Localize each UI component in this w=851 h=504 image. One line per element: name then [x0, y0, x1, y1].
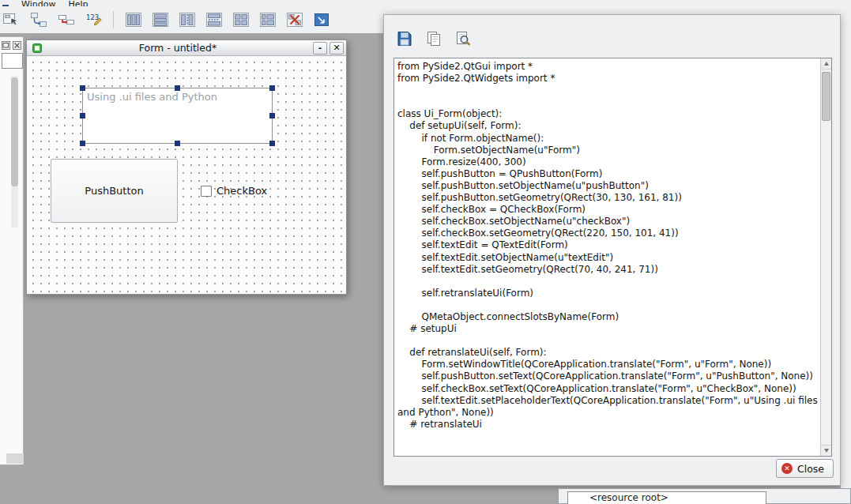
scrollbar-thumb[interactable] — [11, 77, 18, 186]
textedit-widget[interactable]: Using .ui files and Python — [82, 88, 273, 144]
layout-horizontal-icon — [125, 11, 142, 28]
resource-browser-panel: <resource root> — [558, 488, 851, 504]
layout-vertical-splitter-button[interactable] — [203, 9, 224, 31]
widget-box-panel — [0, 36, 24, 465]
layout-vertical-icon — [152, 11, 169, 28]
checkbox-label: CheckBox — [217, 185, 267, 197]
layout-horizontal-splitter-button[interactable] — [176, 9, 198, 31]
layout-vertical-button[interactable] — [149, 9, 171, 31]
toolbar-separator — [113, 11, 114, 28]
close-circle-icon: ✕ — [781, 463, 793, 474]
code-scrollbar[interactable] — [820, 58, 831, 456]
form-canvas[interactable]: Using .ui files and Python PushButton Ch… — [27, 56, 346, 294]
widget-filter-input[interactable] — [2, 53, 23, 69]
scrollbar-corner — [6, 453, 24, 464]
edit-widgets-icon — [2, 11, 20, 28]
edit-signals-slots-button[interactable] — [28, 9, 49, 31]
edit-signals-slots-icon — [30, 11, 47, 28]
copy-button[interactable] — [423, 28, 445, 50]
tab-order-digits: 123 — [86, 13, 99, 21]
resize-handle-right[interactable] — [269, 113, 275, 118]
break-layout-button[interactable] — [284, 9, 305, 31]
edit-buddies-icon — [58, 11, 75, 28]
form-window-titlebar[interactable]: Form - untitled* - ✕ — [27, 40, 346, 56]
float-icon — [2, 42, 9, 49]
scroll-up-button[interactable] — [821, 58, 831, 70]
minimize-button[interactable]: - — [313, 42, 327, 55]
menu-window[interactable]: Window — [21, 0, 55, 6]
close-button[interactable]: ✕ — [329, 42, 344, 55]
layout-grid-icon — [232, 11, 250, 28]
find-icon — [454, 29, 473, 48]
textedit-placeholder: Using .ui files and Python — [87, 91, 217, 103]
adjust-size-icon — [313, 11, 330, 28]
resize-handle-top-left[interactable] — [80, 85, 85, 91]
dock-close-button[interactable] — [13, 41, 21, 50]
save-icon — [395, 29, 414, 48]
layout-form-icon — [259, 11, 277, 28]
resource-root-item[interactable]: <resource root> — [567, 491, 766, 504]
menubar: WindowHelp — [0, 0, 851, 6]
save-button[interactable] — [393, 28, 416, 50]
close-icon — [13, 42, 21, 49]
menu-help[interactable]: Help — [68, 0, 88, 6]
find-button[interactable] — [452, 28, 474, 50]
arrow-up-icon — [824, 62, 829, 66]
dialog-toolbar — [393, 28, 474, 50]
resize-handle-top-right[interactable] — [269, 85, 275, 91]
edit-tab-order-button[interactable]: 123 — [83, 9, 104, 31]
background-panel-strip — [841, 33, 851, 504]
form-window-title: Form - untitled* — [45, 42, 311, 54]
layout-horizontal-button[interactable] — [122, 9, 144, 31]
code-preview-dialog: from PySide2.QtGui import * from PySide2… — [383, 14, 841, 486]
arrow-down-icon — [824, 449, 829, 453]
resize-handle-bottom-left[interactable] — [80, 141, 85, 146]
dialog-close-button[interactable]: ✕ Close — [776, 459, 834, 478]
app-icon — [2, 5, 9, 6]
resize-handle-top[interactable] — [175, 85, 180, 91]
resize-handle-bottom[interactable] — [175, 141, 180, 146]
layout-group — [122, 9, 332, 31]
widget-box-scrollbar[interactable] — [11, 76, 18, 228]
checkbox-widget[interactable]: CheckBox — [201, 175, 281, 207]
form-designer-window: Form - untitled* - ✕ Using .ui files and… — [26, 39, 347, 295]
generated-code[interactable]: from PySide2.QtGui import * from PySide2… — [394, 58, 820, 456]
code-view[interactable]: from PySide2.QtGui import * from PySide2… — [393, 58, 832, 457]
dock-float-button[interactable] — [2, 41, 10, 50]
copy-icon — [424, 29, 443, 48]
layout-grid-button[interactable] — [230, 9, 251, 31]
adjust-size-button[interactable] — [311, 9, 332, 31]
edit-tab-order-icon: 123 — [85, 11, 103, 28]
layout-vertical-splitter-icon — [205, 11, 223, 28]
close-button-label: Close — [797, 463, 824, 475]
pushbutton-widget[interactable]: PushButton — [51, 159, 178, 223]
edit-mode-group: 123 — [0, 9, 104, 31]
edit-widgets-button[interactable] — [0, 9, 21, 31]
scrollbar-thumb[interactable] — [822, 72, 830, 121]
scroll-down-button[interactable] — [821, 445, 831, 456]
break-layout-icon — [286, 11, 303, 28]
layout-form-button[interactable] — [257, 9, 278, 31]
layout-horizontal-splitter-icon — [179, 11, 196, 28]
resize-handle-bottom-right[interactable] — [269, 141, 275, 146]
edit-buddies-button[interactable] — [55, 9, 77, 31]
checkbox-indicator — [201, 186, 212, 197]
resize-handle-left[interactable] — [80, 113, 85, 118]
form-window-icon — [32, 43, 42, 53]
